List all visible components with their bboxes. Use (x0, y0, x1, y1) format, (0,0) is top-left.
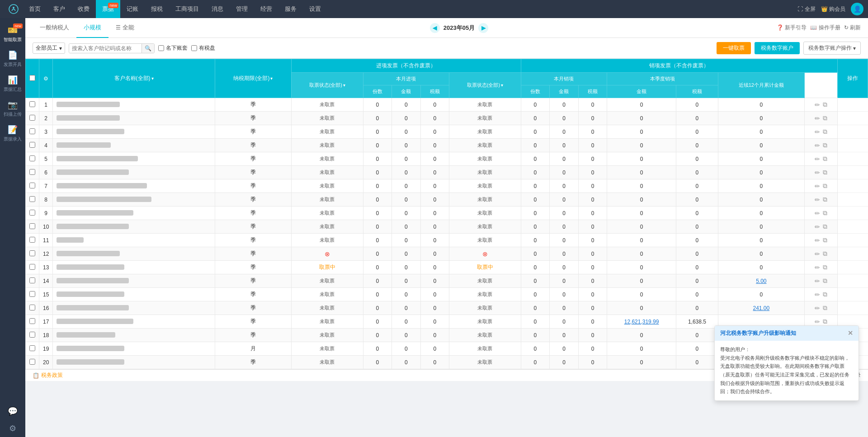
row-checkbox[interactable] (29, 359, 35, 365)
check-taxdisk[interactable]: 有税盘 (191, 44, 215, 52)
copy-icon[interactable]: ⧉ (823, 196, 827, 203)
row-checkbox[interactable] (29, 345, 35, 351)
period-sort[interactable]: 纳税期限(全部) (233, 75, 273, 82)
nav-message[interactable]: 消息 (205, 0, 230, 18)
copy-icon[interactable]: ⧉ (823, 236, 827, 244)
nav-operation[interactable]: 经营 (254, 0, 278, 18)
row-checkbox[interactable] (29, 332, 35, 338)
copy-icon[interactable]: ⧉ (823, 169, 827, 176)
edit-icon[interactable]: ✏ (815, 101, 820, 108)
row-checkbox[interactable] (29, 169, 35, 175)
edit-icon[interactable]: ✏ (815, 305, 820, 312)
copy-icon[interactable]: ⧉ (823, 101, 827, 108)
row-checkbox[interactable] (29, 101, 35, 107)
nav-customer[interactable]: 客户 (47, 0, 71, 18)
edit-icon[interactable]: ✏ (815, 115, 820, 122)
nav-home[interactable]: 首页 (23, 0, 47, 18)
check-myaccount-input[interactable] (158, 45, 164, 51)
row-checkbox[interactable] (29, 155, 35, 161)
fullscreen-btn[interactable]: ⛶ 全屏 (797, 5, 815, 13)
avatar[interactable]: 👤 (851, 3, 863, 15)
row-checkbox[interactable] (29, 115, 35, 121)
search-button[interactable]: 🔍 (142, 44, 154, 53)
edit-icon[interactable]: ✏ (815, 250, 820, 258)
edit-icon[interactable]: ✏ (815, 277, 820, 285)
edit-icon[interactable]: ✏ (815, 142, 820, 149)
copy-icon[interactable]: ⧉ (823, 304, 827, 312)
row-checkbox[interactable] (29, 305, 35, 310)
manual-btn[interactable]: 📖 操作手册 (810, 24, 840, 32)
sidebar-item-scan[interactable]: 📷 扫描上传 (0, 96, 25, 121)
sidebar-item-message[interactable]: 💬 (0, 403, 25, 420)
sidebar-item-summary[interactable]: 📊 票据汇总 (0, 71, 25, 96)
edit-icon[interactable]: ✏ (815, 196, 820, 203)
row-checkbox[interactable] (29, 237, 35, 243)
nav-settings[interactable]: 设置 (303, 0, 327, 18)
nav-tax[interactable]: 报税 (145, 0, 169, 18)
copy-icon[interactable]: ⧉ (823, 223, 827, 230)
edit-icon[interactable]: ✏ (815, 223, 820, 230)
edit-icon[interactable]: ✏ (815, 155, 820, 163)
edit-icon[interactable]: ✏ (815, 264, 820, 271)
sidebar-item-entry[interactable]: 📝 票据录入 (0, 121, 25, 146)
copy-icon[interactable]: ⧉ (823, 141, 827, 149)
one-click-btn[interactable]: 一键取票 (717, 42, 751, 54)
row-checkbox[interactable] (29, 128, 35, 134)
policy-link[interactable]: 📋 税务政策 (33, 371, 63, 379)
nav-service[interactable]: 服务 (278, 0, 303, 18)
copy-icon[interactable]: ⧉ (823, 263, 827, 271)
edit-icon[interactable]: ✏ (815, 210, 820, 217)
vip-btn[interactable]: 👑 购会员 (821, 5, 845, 13)
nav-manage[interactable]: 管理 (230, 0, 254, 18)
row-checkbox[interactable] (29, 142, 35, 148)
copy-icon[interactable]: ⧉ (823, 182, 827, 190)
copy-icon[interactable]: ⧉ (823, 318, 827, 325)
tab-general-taxpayer[interactable]: 一般纳税人 (33, 18, 76, 38)
edit-icon[interactable]: ✏ (815, 237, 820, 244)
q-amount-link[interactable]: 12,621,319.99 (624, 319, 659, 325)
copy-icon[interactable]: ⧉ (823, 277, 827, 285)
next-month-btn[interactable]: ▶ (478, 23, 488, 33)
edit-icon[interactable]: ✏ (815, 291, 820, 298)
search-input[interactable] (69, 44, 142, 53)
employee-filter[interactable]: 全部员工 ▾ (33, 42, 65, 54)
customer-sort[interactable]: 客户名称(全部) (114, 75, 154, 82)
check-taxdisk-input[interactable] (191, 45, 197, 51)
edit-icon[interactable]: ✏ (815, 318, 820, 325)
refresh-btn[interactable]: ↻ 刷新 (844, 24, 861, 32)
check-myaccount[interactable]: 名下账套 (158, 44, 188, 52)
nav-invoice[interactable]: 票据new (96, 0, 120, 18)
edit-icon[interactable]: ✏ (815, 183, 820, 190)
row-checkbox[interactable] (29, 183, 35, 188)
row-checkbox[interactable] (29, 196, 35, 202)
edit-icon[interactable]: ✏ (815, 128, 820, 136)
row-checkbox[interactable] (29, 291, 35, 297)
row-checkbox[interactable] (29, 250, 35, 256)
copy-icon[interactable]: ⧉ (823, 291, 827, 298)
row-checkbox[interactable] (29, 318, 35, 324)
cumulative-link[interactable]: 5.00 (756, 278, 766, 284)
row-checkbox[interactable] (29, 210, 35, 216)
copy-icon[interactable]: ⧉ (823, 114, 827, 122)
copy-icon[interactable]: ⧉ (823, 128, 827, 136)
tab-small-scale[interactable]: 小规模 (76, 18, 108, 38)
row-checkbox[interactable] (29, 264, 35, 270)
sidebar-item-settings[interactable]: ⚙ (0, 420, 25, 437)
row-checkbox[interactable] (29, 223, 35, 229)
popup-close-btn[interactable]: ✕ (848, 329, 853, 337)
edit-icon[interactable]: ✏ (815, 169, 820, 176)
prev-month-btn[interactable]: ◀ (430, 23, 440, 33)
digital-account-btn[interactable]: 税务数字账户 (755, 42, 800, 54)
guide-btn[interactable]: ❓ 新手引导 (777, 24, 807, 32)
nav-bookkeeping[interactable]: 记账 (120, 0, 145, 18)
sidebar-item-open-invoice[interactable]: 📄 发票开具 (0, 47, 25, 71)
cumulative-link[interactable]: 241.00 (753, 305, 769, 311)
tab-all[interactable]: ☰全能 (108, 18, 142, 38)
digital-ops-btn[interactable]: 税务数字账户操作 ▾ (803, 42, 861, 55)
nav-business[interactable]: 工商项目 (169, 0, 205, 18)
copy-icon[interactable]: ⧉ (823, 155, 827, 163)
nav-fee[interactable]: 收费 (71, 0, 96, 18)
row-checkbox[interactable] (29, 277, 35, 283)
select-all-checkbox[interactable] (29, 75, 35, 81)
sidebar-item-smart-invoice[interactable]: new 🎫 智能取票 (0, 22, 25, 47)
